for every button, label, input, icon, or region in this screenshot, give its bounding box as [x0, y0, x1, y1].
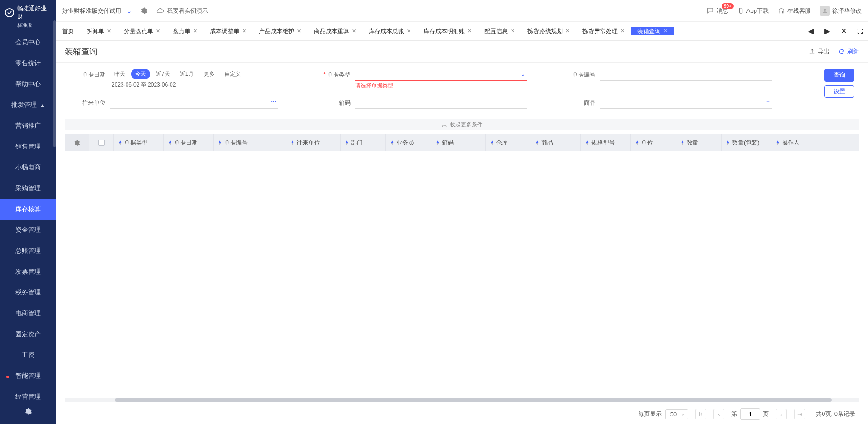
column-header[interactable]: ▲▼仓库 [486, 134, 531, 151]
sort-icon[interactable]: ▲▼ [536, 140, 539, 145]
tab[interactable]: 盘点单✕ [166, 27, 204, 35]
gear-icon[interactable] [140, 7, 148, 14]
date-pill[interactable]: 昨天 [110, 69, 129, 79]
settings-icon[interactable] [0, 401, 56, 424]
sidebar-item[interactable]: 批发管理▲ [0, 95, 56, 116]
date-pill[interactable]: 今天 [131, 69, 150, 79]
column-header[interactable]: ▲▼部门 [341, 134, 386, 151]
sort-icon[interactable]: ▲▼ [681, 140, 684, 145]
close-icon[interactable]: ✕ [511, 28, 515, 34]
sort-icon[interactable]: ▲▼ [345, 140, 349, 145]
close-icon[interactable]: ✕ [242, 28, 246, 34]
sidebar-item[interactable]: 销售管理 [0, 136, 56, 157]
tab[interactable]: 库存成本明细账✕ [417, 27, 478, 35]
ellipsis-icon[interactable]: ⋯ [271, 98, 277, 105]
tab-scroll-right[interactable]: ▶ [819, 22, 835, 41]
sidebar-item[interactable]: 电商管理 [0, 303, 56, 324]
close-icon[interactable]: ✕ [468, 28, 472, 34]
partner-input[interactable] [110, 97, 278, 109]
close-icon[interactable]: ✕ [407, 28, 411, 34]
demo-link[interactable]: 我要看实例演示 [156, 7, 208, 15]
close-icon[interactable]: ✕ [107, 28, 111, 34]
next-page-button[interactable]: › [776, 409, 787, 419]
sort-icon[interactable]: ▲▼ [218, 140, 222, 145]
sidebar-item[interactable]: 采购管理 [0, 178, 56, 199]
sidebar-item[interactable]: 智能管理 [0, 366, 56, 386]
column-header[interactable]: ▲▼单位 [631, 134, 676, 151]
column-header[interactable]: ▲▼往来单位 [286, 134, 341, 151]
download-button[interactable]: App下载 [737, 7, 769, 15]
ellipsis-icon[interactable]: ⋯ [765, 98, 771, 105]
column-header[interactable]: ▲▼单据类型 [114, 134, 164, 151]
column-header[interactable]: ▲▼规格型号 [581, 134, 631, 151]
sort-icon[interactable]: ▲▼ [291, 140, 294, 145]
checkbox[interactable] [98, 140, 105, 146]
column-header[interactable]: ▲▼商品 [531, 134, 581, 151]
sort-icon[interactable]: ▲▼ [390, 140, 394, 145]
sort-icon[interactable]: ▲▼ [118, 140, 122, 145]
sidebar-item[interactable]: 发票管理 [0, 261, 56, 282]
sidebar-item[interactable]: 营销推广 [0, 116, 56, 136]
tab-scroll-left[interactable]: ◀ [803, 22, 819, 41]
goods-input[interactable] [600, 97, 772, 109]
sort-icon[interactable]: ▲▼ [490, 140, 494, 145]
box-code-input[interactable] [355, 97, 527, 109]
tab[interactable]: 拣货异常处理✕ [576, 27, 631, 35]
export-button[interactable]: 导出 [809, 48, 829, 56]
tab-close-all[interactable]: ✕ [835, 22, 852, 41]
tab[interactable]: 装箱查询✕ [631, 27, 674, 35]
select-all-header[interactable] [89, 134, 114, 151]
page-size-select[interactable]: 50 ⌄ [665, 409, 688, 419]
tenant-selector[interactable]: 好业财标准版交付试用 ⌄ [62, 7, 132, 15]
column-header[interactable]: ▲▼数量(包装) [722, 134, 771, 151]
tab[interactable]: 成本调整单✕ [204, 27, 253, 35]
date-pill[interactable]: 更多 [200, 69, 219, 79]
sidebar-item[interactable]: 经营管理 [0, 386, 56, 401]
horizontal-scrollbar-track[interactable] [65, 398, 859, 402]
prev-page-button[interactable]: ‹ [713, 409, 724, 419]
tab[interactable]: 商品成本重算✕ [307, 27, 362, 35]
bill-number-input[interactable] [600, 69, 772, 81]
sidebar-item[interactable]: 固定资产 [0, 324, 56, 345]
column-header[interactable]: ▲▼数量 [676, 134, 722, 151]
column-header[interactable]: ▲▼单据编号 [214, 134, 286, 151]
close-icon[interactable]: ✕ [352, 28, 356, 34]
messages-button[interactable]: 消息 99+ [707, 7, 728, 15]
sort-icon[interactable]: ▲▼ [585, 140, 589, 145]
horizontal-scrollbar-thumb[interactable] [115, 398, 832, 402]
collapse-filters[interactable]: ︽ 收起更多条件 [65, 119, 859, 130]
date-pill[interactable]: 自定义 [220, 69, 245, 79]
fullscreen-icon[interactable] [852, 22, 868, 41]
tab[interactable]: 拣货路线规划✕ [521, 27, 576, 35]
last-page-button[interactable]: ⇥ [794, 409, 805, 419]
close-icon[interactable]: ✕ [620, 28, 624, 34]
tab[interactable]: 产品成本维护✕ [253, 27, 307, 35]
column-header[interactable]: ▲▼操作人 [771, 134, 821, 151]
user-menu[interactable]: 徐泽华修改 [820, 6, 862, 16]
sidebar-item[interactable]: 资金管理 [0, 220, 56, 241]
sidebar-item[interactable]: 零售统计 [0, 53, 56, 74]
sort-icon[interactable]: ▲▼ [436, 140, 439, 145]
refresh-button[interactable]: 刷新 [839, 48, 859, 56]
sidebar-item[interactable]: 库存核算 [0, 199, 56, 220]
sidebar-item[interactable]: 帮助中心 [0, 74, 56, 95]
page-number-input[interactable] [740, 408, 760, 420]
support-button[interactable]: 在线客服 [778, 7, 811, 15]
close-icon[interactable]: ✕ [156, 28, 160, 34]
sort-icon[interactable]: ▲▼ [635, 140, 639, 145]
column-settings-button[interactable] [65, 134, 89, 151]
tab[interactable]: 库存成本总账✕ [362, 27, 417, 35]
column-header[interactable]: ▲▼业务员 [386, 134, 431, 151]
close-icon[interactable]: ✕ [297, 28, 301, 34]
date-pill[interactable]: 近1月 [176, 69, 198, 79]
close-icon[interactable]: ✕ [566, 28, 570, 34]
tab[interactable]: 分量盘点单✕ [117, 27, 166, 35]
tab[interactable]: 首页 [56, 27, 80, 35]
date-pill[interactable]: 近7天 [152, 69, 174, 79]
close-icon[interactable]: ✕ [663, 28, 668, 34]
sidebar-item[interactable]: 小畅电商 [0, 157, 56, 178]
close-icon[interactable]: ✕ [193, 28, 197, 34]
sidebar-item[interactable]: 工资 [0, 345, 56, 366]
tab[interactable]: 配置信息✕ [478, 27, 521, 35]
sort-icon[interactable]: ▲▼ [168, 140, 172, 145]
